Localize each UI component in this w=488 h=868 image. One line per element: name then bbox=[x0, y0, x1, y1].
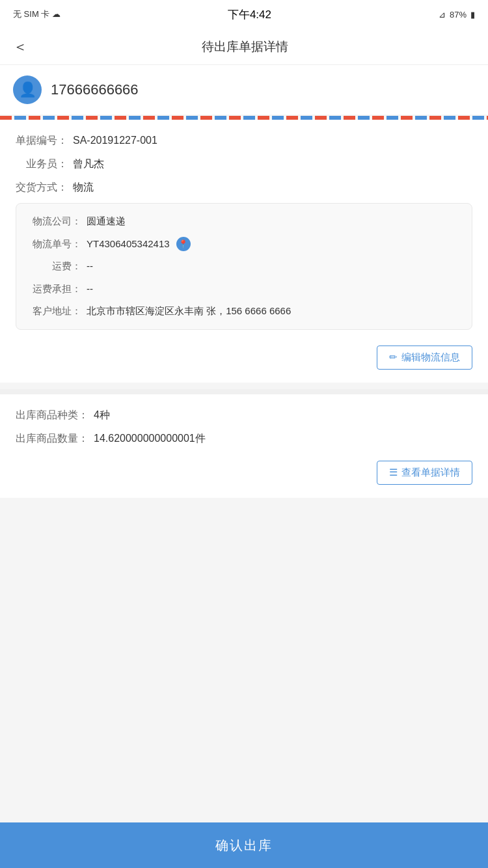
status-time: 下午4:42 bbox=[228, 7, 271, 22]
customer-phone: 17666666666 bbox=[51, 81, 139, 98]
delivery-label: 交货方式： bbox=[16, 180, 68, 195]
product-types-label: 出库商品种类： bbox=[16, 407, 88, 423]
edit-icon: ✏ bbox=[389, 351, 398, 363]
product-types-value: 4种 bbox=[94, 407, 472, 423]
tracking-number-container: YT43064053424​13 📍 bbox=[87, 237, 459, 252]
battery-icon: ⊿ bbox=[439, 10, 446, 20]
salesperson-value: 曾凡杰 bbox=[73, 156, 472, 172]
product-quantity-label: 出库商品数量： bbox=[16, 431, 88, 446]
avatar-icon: 👤 bbox=[19, 81, 36, 98]
customer-header: 👤 17666666666 bbox=[0, 65, 488, 115]
confirm-button-label: 确认出库 bbox=[215, 837, 273, 854]
address-label: 客户地址： bbox=[29, 304, 81, 319]
view-details-icon: ☰ bbox=[389, 467, 398, 478]
status-bar: 无 SIM 卡 ☁ 下午4:42 ⊿ 87% ▮ bbox=[0, 0, 488, 29]
freight-bearer-label: 运费承担： bbox=[29, 282, 81, 297]
location-icon[interactable]: 📍 bbox=[176, 237, 191, 251]
delivery-row: 交货方式： 物流 bbox=[16, 180, 472, 195]
address-value: 北京市市辖区海淀区永丰南 张，156 6666 6666 bbox=[87, 304, 459, 319]
battery-percent: 87% bbox=[450, 10, 467, 20]
product-types-row: 出库商品种类： 4种 bbox=[16, 407, 472, 423]
delivery-value: 物流 bbox=[73, 180, 472, 195]
product-quantity-row: 出库商品数量： 14.620000000000001件 bbox=[16, 431, 472, 446]
tracking-row: 物流单号： YT43064053424​13 📍 bbox=[29, 237, 459, 252]
freight-bearer-row: 运费承担： -- bbox=[29, 282, 459, 297]
back-icon: ＜ bbox=[13, 38, 27, 55]
logistics-company-row: 物流公司： 圆通速递 bbox=[29, 214, 459, 229]
tracking-label: 物流单号： bbox=[29, 237, 81, 252]
logistics-company-label: 物流公司： bbox=[29, 214, 81, 229]
status-left: 无 SIM 卡 ☁ bbox=[13, 8, 61, 20]
nav-bar: ＜ 待出库单据详情 bbox=[0, 29, 488, 65]
avatar: 👤 bbox=[13, 75, 42, 104]
page-title: 待出库单据详情 bbox=[38, 38, 452, 55]
doc-number-label: 单据编号： bbox=[16, 133, 68, 148]
tracking-value: YT43064053424​13 📍 bbox=[87, 237, 459, 252]
back-button[interactable]: ＜ bbox=[13, 37, 27, 57]
freight-label: 运费： bbox=[29, 259, 81, 274]
page: 无 SIM 卡 ☁ 下午4:42 ⊿ 87% ▮ ＜ 待出库单据详情 👤 176… bbox=[0, 0, 488, 868]
freight-value: -- bbox=[87, 259, 459, 274]
salesperson-label: 业务员： bbox=[16, 156, 68, 172]
tracking-number-text: YT43064053424​13 bbox=[87, 237, 170, 252]
section-divider bbox=[0, 389, 488, 394]
carrier-text: 无 SIM 卡 ☁ bbox=[13, 8, 61, 20]
edit-logistics-button[interactable]: ✏ 编辑物流信息 bbox=[377, 346, 472, 370]
logistics-card: 物流公司： 圆通速递 物流单号： YT43064053424​13 📍 运费： … bbox=[16, 203, 472, 330]
salesperson-row: 业务员： 曾凡杰 bbox=[16, 156, 472, 172]
edit-logistics-label: 编辑物流信息 bbox=[401, 351, 460, 364]
address-row: 客户地址： 北京市市辖区海淀区永丰南 张，156 6666 6666 bbox=[29, 304, 459, 319]
doc-number-row: 单据编号： SA-20191227-001 bbox=[16, 133, 472, 148]
view-details-label: 查看单据详情 bbox=[401, 467, 460, 479]
content-spacer bbox=[0, 504, 488, 823]
logistics-company-value: 圆通速递 bbox=[87, 214, 459, 229]
confirm-bar[interactable]: 确认出库 bbox=[0, 822, 488, 868]
product-quantity-value: 14.620000000000001件 bbox=[94, 431, 472, 446]
products-section: 出库商品种类： 4种 出库商品数量： 14.620000000000001件 ☰… bbox=[0, 394, 488, 498]
view-details-button[interactable]: ☰ 查看单据详情 bbox=[377, 461, 472, 485]
status-right: ⊿ 87% ▮ bbox=[439, 10, 475, 20]
doc-number-value: SA-20191227-001 bbox=[73, 133, 472, 148]
view-details-container: ☰ 查看单据详情 bbox=[16, 454, 472, 487]
battery-bar: ▮ bbox=[470, 10, 475, 20]
freight-row: 运费： -- bbox=[29, 259, 459, 274]
edit-logistics-container: ✏ 编辑物流信息 bbox=[16, 339, 472, 372]
doc-info-section: 单据编号： SA-20191227-001 业务员： 曾凡杰 交货方式： 物流 … bbox=[0, 120, 488, 383]
freight-bearer-value: -- bbox=[87, 282, 459, 297]
